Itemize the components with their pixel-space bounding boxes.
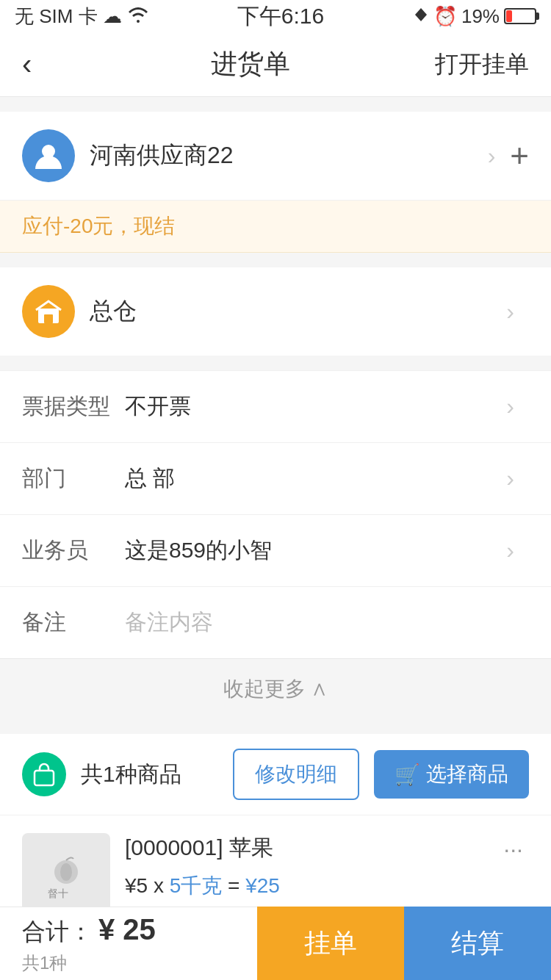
product-quantity: 5千克 xyxy=(170,874,223,897)
invoice-label: 票据类型 xyxy=(22,392,110,422)
supplier-row[interactable]: 河南供应商22 › + xyxy=(0,112,551,201)
product-count-text: 共1种商品 xyxy=(81,760,218,790)
price-multiply: x xyxy=(154,874,170,897)
total-label: 合计： xyxy=(22,916,93,948)
location-icon xyxy=(413,5,429,28)
sales-chevron-icon: › xyxy=(506,537,514,564)
divider-2 xyxy=(0,253,551,267)
supplier-avatar xyxy=(22,129,75,182)
supplier-name: 河南供应商22 xyxy=(90,140,488,172)
supplier-section: 河南供应商22 › + 应付-20元，现结 xyxy=(0,112,551,253)
product-info: [0000001] 苹果 ¥5 x 5千克 = ¥25 xyxy=(125,833,483,900)
product-title: [0000001] 苹果 xyxy=(125,833,483,863)
warehouse-name: 总仓 xyxy=(90,295,506,328)
status-right: ⏰ 19% xyxy=(413,5,536,28)
supplier-chevron-icon: › xyxy=(488,143,496,170)
person-icon xyxy=(32,140,65,172)
sales-value: 这是859的小智 xyxy=(110,536,506,566)
select-icon: 🛒 xyxy=(395,763,420,787)
remark-row[interactable]: 备注 备注内容 xyxy=(0,586,551,658)
product-name: 苹果 xyxy=(229,835,273,860)
edit-detail-button[interactable]: 修改明细 xyxy=(233,749,359,800)
status-left: 无 SIM 卡 ☁ xyxy=(15,4,148,29)
warehouse-row[interactable]: 总仓 › xyxy=(0,267,551,356)
invoice-chevron-icon: › xyxy=(506,393,514,420)
product-count-icon-bg xyxy=(22,752,66,796)
product-code: [0000001] xyxy=(125,835,223,860)
status-bar: 无 SIM 卡 ☁ 下午6:16 ⏰ 19% xyxy=(0,0,551,32)
svg-point-5 xyxy=(60,863,72,881)
add-button[interactable]: + xyxy=(510,140,529,172)
collapse-button[interactable]: 收起更多 ∧ xyxy=(0,658,551,719)
product-total: ¥25 xyxy=(245,874,280,897)
battery-icon xyxy=(504,8,536,24)
hang-order-button[interactable]: 挂单 xyxy=(257,907,404,980)
nav-bar: ‹ 进货单 打开挂单 xyxy=(0,32,551,97)
divider-1 xyxy=(0,97,551,112)
svg-text:督十: 督十 xyxy=(48,887,68,899)
total-count: 共1种 xyxy=(22,951,235,975)
product-header: 共1种商品 修改明细 🛒 选择商品 xyxy=(0,734,551,815)
product-unit-price: ¥5 xyxy=(125,874,148,897)
open-hang-button[interactable]: 打开挂单 xyxy=(435,48,529,81)
battery-percent: 19% xyxy=(461,5,500,28)
product-price-row: ¥5 x 5千克 = ¥25 xyxy=(125,872,483,900)
dept-value: 总 部 xyxy=(110,464,506,494)
shopping-bag-icon xyxy=(30,760,58,788)
svg-rect-3 xyxy=(35,771,54,785)
price-equals: = xyxy=(228,874,245,897)
form-section: 票据类型 不开票 › 部门 总 部 › 业务员 这是859的小智 › 备注 备注… xyxy=(0,370,551,719)
remark-label: 备注 xyxy=(22,608,110,638)
total-amount: ¥ 25 xyxy=(98,913,156,946)
warehouse-section: 总仓 › xyxy=(0,267,551,356)
status-time: 下午6:16 xyxy=(237,1,324,32)
warehouse-chevron-icon: › xyxy=(506,298,514,325)
select-product-label: 选择商品 xyxy=(426,760,508,788)
wifi-icon xyxy=(128,5,148,28)
warehouse-icon xyxy=(34,297,63,326)
dept-label: 部门 xyxy=(22,464,110,494)
sales-row[interactable]: 业务员 这是859的小智 › xyxy=(0,514,551,586)
total-main: 合计： ¥ 25 xyxy=(22,913,235,948)
product-more-button[interactable]: ··· xyxy=(497,833,529,866)
product-thumb-icon: 督十 xyxy=(40,851,92,903)
invoice-type-row[interactable]: 票据类型 不开票 › xyxy=(0,370,551,442)
svg-rect-2 xyxy=(44,314,53,323)
dept-chevron-icon: › xyxy=(506,465,514,492)
bottom-bar: 合计： ¥ 25 共1种 挂单 结算 xyxy=(0,907,551,980)
divider-3 xyxy=(0,356,551,370)
sim-label: 无 SIM 卡 ☁ xyxy=(15,4,122,29)
supplier-notice: 应付-20元，现结 xyxy=(0,201,551,253)
sales-label: 业务员 xyxy=(22,536,110,566)
back-button[interactable]: ‹ xyxy=(22,48,66,81)
remark-placeholder[interactable]: 备注内容 xyxy=(110,608,529,638)
dept-row[interactable]: 部门 总 部 › xyxy=(0,442,551,514)
warehouse-icon-bg xyxy=(22,285,75,338)
settle-button[interactable]: 结算 xyxy=(404,907,551,980)
invoice-value: 不开票 xyxy=(110,392,506,422)
total-section: 合计： ¥ 25 共1种 xyxy=(0,907,257,980)
alarm-icon: ⏰ xyxy=(433,5,457,28)
page-title: 进货单 xyxy=(211,46,290,82)
select-product-button[interactable]: 🛒 选择商品 xyxy=(374,750,529,799)
